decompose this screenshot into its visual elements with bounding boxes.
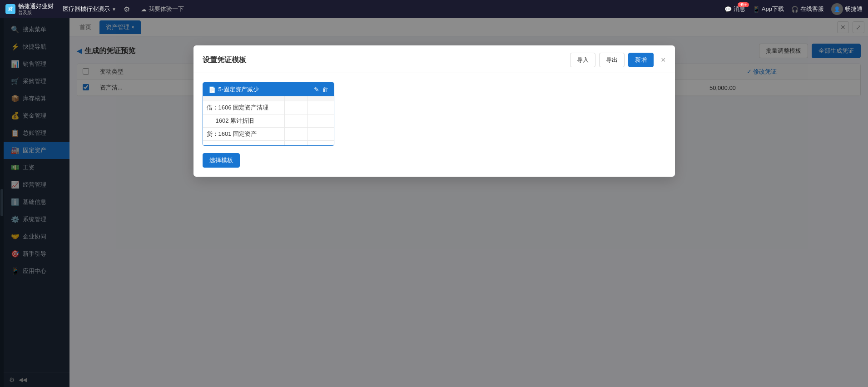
cloud-icon: ☁ bbox=[141, 6, 147, 13]
company-settings-icon[interactable]: ⚙ bbox=[124, 5, 130, 14]
debit-4 bbox=[285, 141, 308, 145]
app-logo: 财 畅捷通好业财 普及版 bbox=[5, 3, 54, 15]
template-header-row bbox=[203, 96, 334, 101]
template-edit-icon[interactable]: ✎ bbox=[314, 86, 319, 93]
choose-template-button[interactable]: 选择模板 bbox=[203, 153, 240, 168]
export-button[interactable]: 导出 bbox=[599, 53, 625, 67]
account-3: 贷：1601 固定资产 bbox=[203, 128, 285, 140]
message-button[interactable]: 💬 消息 99+ bbox=[724, 5, 745, 13]
user-avatar[interactable]: 👤 畅捷通 bbox=[831, 3, 863, 15]
template-name: 5-固定资产减少 bbox=[218, 85, 259, 94]
new-button[interactable]: 新增 bbox=[628, 53, 654, 67]
company-selector[interactable]: 医疗器械行业演示 ▼ bbox=[63, 5, 116, 13]
template-card: 📄 5-固定资产减少 ✎ 🗑 bbox=[203, 82, 334, 146]
avatar-icon: 👤 bbox=[831, 3, 843, 15]
credit-1 bbox=[308, 101, 330, 114]
template-card-header: 📄 5-固定资产减少 ✎ 🗑 bbox=[203, 83, 334, 96]
template-data-row-3: 贷：1601 固定资产 bbox=[203, 128, 334, 141]
dialog-title: 设置凭证模板 bbox=[203, 55, 246, 65]
template-delete-icon[interactable]: 🗑 bbox=[322, 86, 328, 93]
template-data-row-4 bbox=[203, 141, 334, 145]
choose-template-container: 选择模板 bbox=[203, 153, 666, 168]
app-download-button[interactable]: 📱 App下载 bbox=[753, 5, 784, 13]
template-doc-icon: 📄 bbox=[208, 86, 216, 93]
credit-4 bbox=[308, 141, 330, 145]
service-icon: 🎧 bbox=[791, 6, 799, 13]
debit-1 bbox=[285, 101, 308, 114]
logo-icon: 财 bbox=[5, 4, 15, 14]
credit-3 bbox=[308, 128, 330, 140]
dialog-close-icon[interactable]: × bbox=[661, 55, 666, 65]
experience-button[interactable]: ☁ 我要体验一下 bbox=[141, 5, 184, 13]
logo-main-text: 畅捷通好业财 bbox=[18, 3, 54, 10]
download-icon: 📱 bbox=[753, 6, 760, 13]
message-icon: 💬 bbox=[724, 6, 732, 13]
credit-2 bbox=[308, 114, 330, 127]
col-credit-header bbox=[308, 96, 330, 101]
col-debit-header bbox=[285, 96, 308, 101]
dialog: 设置凭证模板 导入 导出 新增 × bbox=[193, 45, 675, 177]
template-card-body: 借：1606 固定资产清理 1602 累计折旧 bbox=[203, 96, 334, 145]
online-service-button[interactable]: 🎧 在线客服 bbox=[791, 5, 824, 13]
import-button[interactable]: 导入 bbox=[570, 53, 595, 67]
debit-3 bbox=[285, 128, 308, 140]
logo-sub-text: 普及版 bbox=[18, 10, 54, 15]
chevron-down-icon: ▼ bbox=[112, 7, 116, 12]
account-4 bbox=[203, 141, 285, 145]
company-name: 医疗器械行业演示 bbox=[63, 5, 110, 13]
account-2: 1602 累计折旧 bbox=[203, 114, 285, 127]
template-data-row-2: 1602 累计折旧 bbox=[203, 114, 334, 128]
template-data-row-1: 借：1606 固定资产清理 bbox=[203, 101, 334, 114]
col-account-header bbox=[203, 96, 285, 101]
dialog-header: 设置凭证模板 导入 导出 新增 × bbox=[193, 45, 675, 73]
message-badge: 99+ bbox=[738, 2, 749, 7]
dialog-body: 📄 5-固定资产减少 ✎ 🗑 bbox=[193, 73, 675, 177]
modal-overlay: 设置凭证模板 导入 导出 新增 × bbox=[69, 36, 868, 387]
debit-2 bbox=[285, 114, 308, 127]
account-1: 借：1606 固定资产清理 bbox=[203, 101, 285, 114]
page-content: ◀ 生成的凭证预览 批量调整模板 全部生成凭证 变动类型 bbox=[69, 36, 868, 387]
